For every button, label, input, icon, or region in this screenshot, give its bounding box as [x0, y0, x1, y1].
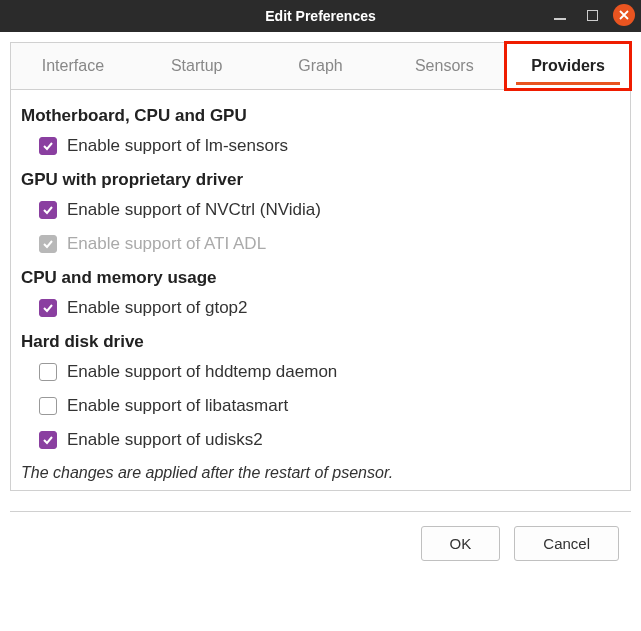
row-atiadl: Enable support of ATI ADL: [39, 234, 620, 254]
section-mobo-title: Motherboard, CPU and GPU: [21, 106, 620, 126]
check-icon: [42, 302, 54, 314]
checkbox-lm-sensors[interactable]: [39, 137, 57, 155]
checkbox-atiadl: [39, 235, 57, 253]
check-icon: [42, 204, 54, 216]
maximize-icon: [587, 10, 598, 21]
row-udisks2: Enable support of udisks2: [39, 430, 620, 450]
window-body: Interface Startup Graph Sensors Provider…: [0, 32, 641, 575]
minimize-button[interactable]: [549, 4, 571, 26]
section-hdd-title: Hard disk drive: [21, 332, 620, 352]
row-libatasmart: Enable support of libatasmart: [39, 396, 620, 416]
checkbox-nvctrl[interactable]: [39, 201, 57, 219]
checkbox-libatasmart[interactable]: [39, 397, 57, 415]
section-cpu-title: CPU and memory usage: [21, 268, 620, 288]
close-button[interactable]: [613, 4, 635, 26]
row-lm-sensors: Enable support of lm-sensors: [39, 136, 620, 156]
titlebar: Edit Preferences: [0, 0, 641, 32]
tab-content: Motherboard, CPU and GPU Enable support …: [10, 90, 631, 491]
row-hddtemp: Enable support of hddtemp daemon: [39, 362, 620, 382]
label-nvctrl: Enable support of NVCtrl (NVidia): [67, 200, 321, 220]
label-lm-sensors: Enable support of lm-sensors: [67, 136, 288, 156]
label-gtop2: Enable support of gtop2: [67, 298, 248, 318]
tab-providers-label: Providers: [531, 57, 605, 74]
label-libatasmart: Enable support of libatasmart: [67, 396, 288, 416]
ok-button[interactable]: OK: [421, 526, 501, 561]
tab-startup[interactable]: Startup: [135, 43, 259, 89]
tab-interface[interactable]: Interface: [11, 43, 135, 89]
footer: OK Cancel: [10, 511, 631, 575]
restart-note: The changes are applied after the restar…: [21, 464, 620, 482]
check-icon: [42, 140, 54, 152]
label-udisks2: Enable support of udisks2: [67, 430, 263, 450]
close-icon: [619, 10, 629, 20]
checkbox-udisks2[interactable]: [39, 431, 57, 449]
label-hddtemp: Enable support of hddtemp daemon: [67, 362, 337, 382]
row-nvctrl: Enable support of NVCtrl (NVidia): [39, 200, 620, 220]
window-title: Edit Preferences: [265, 8, 376, 24]
minimize-icon: [554, 18, 566, 20]
tab-providers[interactable]: Providers: [506, 43, 630, 89]
tab-sensors[interactable]: Sensors: [382, 43, 506, 89]
section-gpu-title: GPU with proprietary driver: [21, 170, 620, 190]
tabbar: Interface Startup Graph Sensors Provider…: [10, 42, 631, 90]
checkbox-hddtemp[interactable]: [39, 363, 57, 381]
titlebar-controls: [549, 4, 635, 26]
row-gtop2: Enable support of gtop2: [39, 298, 620, 318]
tab-graph[interactable]: Graph: [259, 43, 383, 89]
check-icon: [42, 238, 54, 250]
maximize-button[interactable]: [581, 4, 603, 26]
check-icon: [42, 434, 54, 446]
label-atiadl: Enable support of ATI ADL: [67, 234, 266, 254]
cancel-button[interactable]: Cancel: [514, 526, 619, 561]
checkbox-gtop2[interactable]: [39, 299, 57, 317]
